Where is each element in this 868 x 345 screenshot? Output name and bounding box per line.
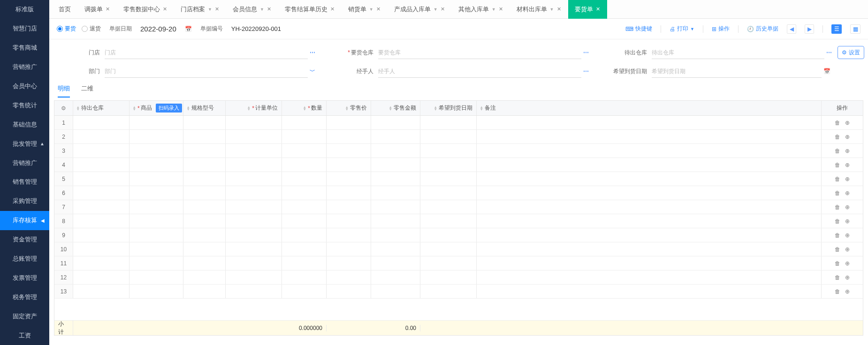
sidebar-item[interactable]: 总账管理 (0, 249, 49, 269)
close-icon[interactable]: ✕ (499, 6, 503, 12)
calendar-icon[interactable]: 📅 (185, 26, 192, 32)
table-row[interactable]: 4🗑⊕ (54, 158, 863, 172)
dept-input[interactable] (105, 65, 308, 77)
close-icon[interactable]: ✕ (330, 6, 335, 12)
table-row[interactable]: 9🗑⊕ (54, 228, 863, 242)
delete-row-icon[interactable]: 🗑 (835, 218, 840, 225)
delete-row-icon[interactable]: 🗑 (835, 246, 840, 253)
outwh-picker-icon[interactable]: ⋯ (824, 49, 834, 56)
add-row-icon[interactable]: ⊕ (845, 260, 850, 267)
handler-picker-icon[interactable]: ⋯ (581, 68, 591, 75)
col-prod[interactable]: 商品 (141, 104, 152, 112)
tab-2d[interactable]: 二维 (81, 84, 93, 98)
add-row-icon[interactable]: ⊕ (845, 134, 850, 140)
add-row-icon[interactable]: ⊕ (845, 274, 850, 281)
expectdate-calendar-icon[interactable]: 📅 (822, 68, 832, 75)
page-tab[interactable]: 要货单✕ (568, 0, 607, 19)
close-icon[interactable]: ✕ (557, 6, 561, 12)
dept-dropdown-icon[interactable]: ﹀ (308, 68, 317, 75)
close-icon[interactable]: ✕ (106, 6, 110, 12)
page-tab[interactable]: 首页 (52, 0, 78, 19)
history-button[interactable]: 🕘历史单据 (747, 25, 778, 33)
page-tab[interactable]: 零售数据中心✕ (117, 0, 174, 19)
delete-row-icon[interactable]: 🗑 (835, 134, 840, 140)
delete-row-icon[interactable]: 🗑 (835, 120, 840, 126)
delete-row-icon[interactable]: 🗑 (835, 274, 840, 281)
table-row[interactable]: 6🗑⊕ (54, 186, 863, 200)
add-row-icon[interactable]: ⊕ (845, 288, 850, 295)
sidebar-item[interactable]: 标准版 (0, 0, 49, 19)
close-icon[interactable]: ✕ (376, 6, 381, 12)
delete-row-icon[interactable]: 🗑 (835, 260, 840, 267)
page-tab[interactable]: 材料出库单▼✕ (510, 0, 568, 19)
settings-button[interactable]: ⚙设置 (838, 46, 864, 59)
sidebar-item[interactable]: 基础信息 (0, 115, 49, 134)
delete-row-icon[interactable]: 🗑 (835, 176, 840, 182)
table-row[interactable]: 10🗑⊕ (54, 242, 863, 256)
outwh-input[interactable] (652, 46, 824, 59)
table-settings-icon[interactable]: ⚙ (61, 105, 66, 112)
view-mode-list[interactable]: ☰ (831, 24, 842, 34)
sidebar-item[interactable]: 发票管理 (0, 268, 49, 287)
reqwh-picker-icon[interactable]: ⋯ (581, 49, 591, 56)
col-price[interactable]: 零售价 (350, 104, 367, 112)
delete-row-icon[interactable]: 🗑 (835, 204, 840, 210)
page-tab[interactable]: 会员信息▼✕ (226, 0, 278, 19)
page-tab[interactable]: 调拨单✕ (78, 0, 117, 19)
sidebar-item[interactable]: 营销推广 (0, 153, 49, 172)
doc-date-value[interactable]: 2022-09-20 (140, 25, 176, 33)
table-row[interactable]: 3🗑⊕ (54, 144, 863, 158)
sidebar-item[interactable]: 库存核算◀ (0, 211, 49, 230)
col-spec[interactable]: 规格型号 (191, 104, 214, 112)
view-mode-grid[interactable]: ▦ (850, 24, 860, 34)
table-row[interactable]: 13🗑⊕ (54, 285, 863, 299)
close-icon[interactable]: ✕ (441, 6, 445, 12)
radio-return[interactable]: 退货 (82, 25, 101, 33)
operate-button[interactable]: ⊞操作 (712, 25, 730, 33)
delete-row-icon[interactable]: 🗑 (835, 162, 840, 168)
sidebar-item[interactable]: 智慧门店 (0, 19, 49, 38)
page-tab[interactable]: 零售结算单历史✕ (278, 0, 342, 19)
col-qty[interactable]: 数量 (311, 104, 322, 112)
delete-row-icon[interactable]: 🗑 (835, 288, 840, 295)
expectdate-input[interactable] (652, 65, 822, 77)
page-tab[interactable]: 产成品入库单▼✕ (388, 0, 452, 19)
close-icon[interactable]: ✕ (596, 6, 600, 12)
prev-doc-button[interactable]: ◀ (787, 24, 796, 34)
col-remark[interactable]: 备注 (485, 104, 496, 112)
table-row[interactable]: 12🗑⊕ (54, 270, 863, 285)
print-button[interactable]: 🖨打印▼ (670, 25, 694, 33)
shortcut-button[interactable]: ⌨快捷键 (625, 25, 652, 33)
add-row-icon[interactable]: ⊕ (845, 176, 850, 182)
table-row[interactable]: 1🗑⊕ (54, 116, 863, 130)
sidebar-item[interactable]: 销售管理 (0, 172, 49, 192)
delete-row-icon[interactable]: 🗑 (835, 190, 840, 196)
table-row[interactable]: 8🗑⊕ (54, 214, 863, 228)
close-icon[interactable]: ✕ (267, 6, 271, 12)
handler-input[interactable] (378, 65, 581, 77)
table-row[interactable]: 5🗑⊕ (54, 172, 863, 186)
next-doc-button[interactable]: ▶ (805, 24, 814, 34)
sidebar-item[interactable]: 零售统计 (0, 96, 49, 115)
close-icon[interactable]: ✕ (215, 6, 219, 12)
page-tab[interactable]: 销货单▼✕ (342, 0, 388, 19)
sidebar-item[interactable]: 会员中心 (0, 77, 49, 96)
add-row-icon[interactable]: ⊕ (845, 204, 850, 210)
page-tab[interactable]: 门店档案▼✕ (174, 0, 226, 19)
table-row[interactable]: 2🗑⊕ (54, 130, 863, 144)
add-row-icon[interactable]: ⊕ (845, 162, 850, 168)
sidebar-item[interactable]: 采购管理 (0, 192, 49, 211)
table-row[interactable]: 11🗑⊕ (54, 256, 863, 270)
table-row[interactable]: 7🗑⊕ (54, 200, 863, 214)
add-row-icon[interactable]: ⊕ (845, 232, 850, 239)
delete-row-icon[interactable]: 🗑 (835, 232, 840, 239)
sidebar-item[interactable]: 营销推广 (0, 58, 49, 77)
add-row-icon[interactable]: ⊕ (845, 120, 850, 126)
sidebar-item[interactable]: 固定资产 (0, 307, 49, 326)
close-icon[interactable]: ✕ (163, 6, 167, 12)
col-amount[interactable]: 零售金额 (394, 104, 416, 112)
sidebar-item[interactable]: 工资 (0, 326, 49, 345)
add-row-icon[interactable]: ⊕ (845, 246, 850, 253)
add-row-icon[interactable]: ⊕ (845, 148, 850, 154)
radio-request[interactable]: 要货 (57, 25, 76, 33)
